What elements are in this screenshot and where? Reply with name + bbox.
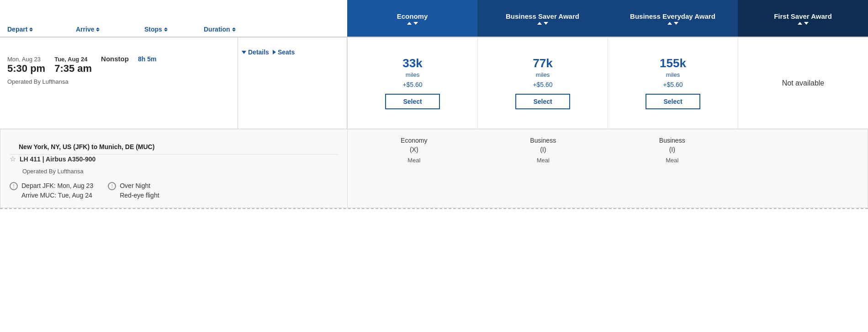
duration-sort-icon bbox=[232, 27, 236, 32]
arrive-time: 7:35 am bbox=[54, 63, 92, 75]
depart-date: Mon, Aug 23 bbox=[7, 56, 45, 63]
depart-time: 5:30 pm bbox=[7, 63, 45, 75]
fare-header-first-saver: First Saver Award bbox=[738, 0, 868, 37]
details-business1-class: (I) bbox=[486, 146, 601, 153]
header-row: Depart Arrive Stops bbox=[0, 0, 868, 37]
details-economy-class: (X) bbox=[357, 146, 471, 153]
details-business1-meal: Meal bbox=[486, 157, 601, 164]
overnight-time-text: Over Night Red-eye flight bbox=[120, 181, 159, 200]
details-fare-economy: Economy (X) Meal bbox=[357, 137, 471, 200]
fare-cell-business-everyday: 155k miles +$5.60 Select bbox=[608, 37, 738, 129]
details-times: ! Depart JFK: Mon, Aug 23 Arrive MUC: Tu… bbox=[10, 181, 338, 200]
column-headers-left: Depart Arrive Stops bbox=[0, 0, 347, 37]
details-business1-title: Business bbox=[486, 137, 601, 144]
arrive-label: Arrive bbox=[76, 26, 94, 33]
sort-stops[interactable]: Stops bbox=[144, 26, 204, 33]
details-fare-business2: Business (I) Meal bbox=[615, 137, 730, 200]
details-panel: New York, NY, US (JFK) to Munich, DE (MU… bbox=[0, 129, 868, 208]
economy-cash: +$5.60 bbox=[402, 81, 422, 88]
duration-label: Duration bbox=[204, 26, 230, 33]
details-right: Economy (X) Meal Business (I) Meal Busin… bbox=[348, 129, 868, 208]
first-saver-sort-arrows bbox=[798, 22, 809, 25]
details-operated-by: Operated By Lufthansa bbox=[22, 168, 338, 175]
details-fare-business1: Business (I) Meal bbox=[486, 137, 601, 200]
operated-by: Operated By Lufthansa bbox=[7, 78, 230, 85]
fare-business-everyday-label: Business Everyday Award bbox=[630, 12, 715, 20]
business-everyday-arrow-down bbox=[674, 22, 678, 25]
seats-label: Seats bbox=[278, 48, 295, 56]
economy-miles: 33k bbox=[402, 57, 422, 70]
business-saver-cash: +$5.60 bbox=[533, 81, 552, 88]
economy-miles-label: miles bbox=[406, 71, 419, 78]
economy-select-button[interactable]: Select bbox=[385, 94, 440, 109]
fare-cell-first-saver: Not available bbox=[738, 37, 868, 129]
bottom-divider bbox=[0, 208, 868, 209]
details-fare-first bbox=[744, 137, 859, 200]
economy-arrow-up bbox=[407, 22, 412, 25]
fare-business-saver-label: Business Saver Award bbox=[506, 12, 579, 20]
first-saver-arrow-down bbox=[804, 22, 809, 25]
page-container: Depart Arrive Stops bbox=[0, 0, 868, 332]
first-saver-arrow-up bbox=[798, 22, 802, 25]
business-saver-miles: 77k bbox=[533, 57, 552, 70]
fare-header-business-everyday: Business Everyday Award bbox=[608, 0, 738, 37]
details-left: New York, NY, US (JFK) to Munich, DE (MU… bbox=[0, 129, 348, 208]
business-saver-arrow-up bbox=[537, 22, 542, 25]
details-business2-title: Business bbox=[615, 137, 730, 144]
overnight-info-icon: ! bbox=[108, 182, 116, 190]
arrive-date: Tue, Aug 24 bbox=[54, 56, 92, 63]
flight-info: Mon, Aug 23 5:30 pm Tue, Aug 24 7:35 am … bbox=[0, 37, 238, 129]
business-saver-sort-arrows bbox=[537, 22, 548, 25]
seats-triangle-icon bbox=[273, 50, 276, 54]
flight-duration: 8h 5m bbox=[138, 55, 156, 63]
stops-label: Stops bbox=[144, 26, 162, 33]
fare-cell-business-saver: 77k miles +$5.60 Select bbox=[477, 37, 608, 129]
business-saver-miles-label: miles bbox=[536, 71, 550, 78]
details-triangle-icon bbox=[242, 51, 246, 54]
depart-label: Depart bbox=[7, 26, 27, 33]
fare-first-saver-label: First Saver Award bbox=[774, 12, 832, 20]
fare-header-business-saver: Business Saver Award bbox=[477, 0, 608, 37]
economy-arrow-down bbox=[413, 22, 418, 25]
fare-cells: 33k miles +$5.60 Select 77k miles +$5.60… bbox=[347, 37, 868, 129]
fare-economy-label: Economy bbox=[397, 12, 428, 20]
business-everyday-arrow-up bbox=[667, 22, 672, 25]
details-button[interactable]: Details bbox=[242, 48, 269, 56]
fare-headers: Economy Business Saver Award Business Ev… bbox=[347, 0, 868, 37]
economy-sort-arrows bbox=[407, 22, 418, 25]
details-business2-class: (I) bbox=[615, 146, 730, 153]
details-overnight-info: ! Over Night Red-eye flight bbox=[108, 181, 159, 200]
details-body: New York, NY, US (JFK) to Munich, DE (MU… bbox=[0, 129, 868, 208]
details-label: Details bbox=[248, 48, 269, 56]
details-flight-info: ☆ LH 411 | Airbus A350-900 bbox=[10, 155, 338, 163]
fare-header-economy: Economy bbox=[347, 0, 477, 37]
business-everyday-miles-label: miles bbox=[666, 71, 680, 78]
business-saver-arrow-down bbox=[544, 22, 548, 25]
details-route: New York, NY, US (JFK) to Munich, DE (MU… bbox=[10, 137, 338, 155]
depart-sort-icon bbox=[29, 27, 33, 32]
business-everyday-select-button[interactable]: Select bbox=[646, 94, 700, 109]
details-economy-meal: Meal bbox=[357, 157, 471, 164]
flight-number: LH 411 | Airbus A350-900 bbox=[20, 155, 95, 163]
fare-cell-economy: 33k miles +$5.60 Select bbox=[347, 37, 477, 129]
flight-actions: Details Seats bbox=[238, 37, 347, 129]
first-saver-not-available: Not available bbox=[782, 79, 825, 87]
business-everyday-sort-arrows bbox=[667, 22, 678, 25]
flight-row: Mon, Aug 23 5:30 pm Tue, Aug 24 7:35 am … bbox=[0, 37, 868, 129]
arrive-sort-icon bbox=[96, 27, 100, 32]
details-business2-meal: Meal bbox=[615, 157, 730, 164]
depart-time-text: Depart JFK: Mon, Aug 23 Arrive MUC: Tue,… bbox=[21, 181, 93, 200]
details-depart-info: ! Depart JFK: Mon, Aug 23 Arrive MUC: Tu… bbox=[10, 181, 93, 200]
sort-depart[interactable]: Depart bbox=[7, 26, 76, 33]
sort-arrive[interactable]: Arrive bbox=[76, 26, 144, 33]
depart-info-icon: ! bbox=[10, 182, 18, 190]
business-saver-select-button[interactable]: Select bbox=[515, 94, 570, 109]
stops-sort-icon bbox=[164, 27, 168, 32]
business-everyday-miles: 155k bbox=[660, 57, 686, 70]
star-icon: ☆ bbox=[10, 155, 16, 163]
business-everyday-cash: +$5.60 bbox=[663, 81, 683, 88]
details-economy-title: Economy bbox=[357, 137, 471, 144]
flight-stops: Nonstop bbox=[101, 55, 129, 63]
sort-duration[interactable]: Duration bbox=[204, 26, 268, 33]
seats-button[interactable]: Seats bbox=[273, 48, 295, 56]
